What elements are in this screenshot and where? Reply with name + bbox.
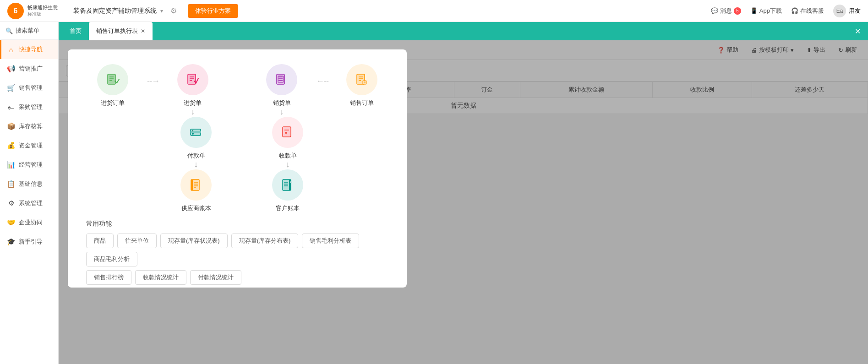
operations-icon: 📊: [7, 161, 15, 169]
func-btn-receipt-stats[interactable]: 收款情况统计: [135, 270, 186, 285]
sidebar-item-basic-info[interactable]: 📋 基础信息: [0, 174, 58, 194]
sidebar-item-marketing[interactable]: 📢 营销推广: [0, 59, 58, 78]
purchase-bill-icon: [177, 64, 208, 95]
sidebar-item-label: 企业协同: [19, 218, 43, 227]
dropdown-arrow-icon[interactable]: ▾: [160, 8, 163, 14]
svg-rect-28: [191, 179, 193, 190]
func-btn-stock-dist[interactable]: 现存量(库存分布表): [231, 234, 299, 248]
customer-book-icon: [272, 169, 303, 201]
sidebar-item-label: 新手引导: [19, 238, 43, 246]
settings-icon[interactable]: ⚙: [170, 6, 177, 15]
basic-info-icon: 📋: [7, 180, 15, 188]
node-sales-bill[interactable]: 销货单: [255, 64, 308, 107]
avatar: Ea: [833, 5, 846, 17]
top-header: 6 畅康通好生意 标准版 装备及固定资产辅助管理系统 ▾ ⚙ 体验行业方案 💬 …: [0, 0, 868, 22]
node-supplier-book[interactable]: 供应商账本: [169, 169, 224, 212]
user-name: 用友: [849, 7, 861, 15]
svg-rect-17: [363, 81, 366, 84]
sidebar-item-sales[interactable]: 🛒 销售管理: [0, 78, 58, 98]
node-sales-order-label: 销售订单: [350, 99, 374, 107]
svg-rect-0: [108, 74, 115, 84]
user-area[interactable]: Ea 用友: [833, 5, 861, 17]
sidebar-item-operations[interactable]: 📊 经营管理: [0, 155, 58, 174]
logo-text: 畅康通好生意: [27, 4, 58, 11]
purchase-icon: 🏷: [7, 103, 15, 111]
sidebar-item-label: 销售管理: [19, 84, 43, 92]
sidebar-item-label: 库存核算: [19, 122, 43, 130]
message-badge: 5: [734, 7, 741, 15]
newbie-icon: 🎓: [7, 238, 15, 246]
svg-rect-34: [289, 179, 291, 190]
mobile-icon: 📱: [750, 7, 758, 14]
avatar-text: Ea: [836, 8, 843, 14]
tab-close-icon[interactable]: ✕: [141, 28, 145, 34]
system-icon: ⚙: [7, 199, 15, 207]
sidebar-item-inventory[interactable]: 📦 库存核算: [0, 117, 58, 136]
node-purchase-bill[interactable]: 进货单: [166, 64, 219, 107]
message-icon: 💬: [711, 7, 718, 14]
content-area: 首页 销售订单执行表 ✕ ✕ ❓ 帮助 🖨 按模板打印 ▾: [59, 22, 868, 364]
system-title-area: 装备及固定资产辅助管理系统 ▾ ⚙ 体验行业方案: [66, 4, 711, 18]
sidebar-item-quick-nav[interactable]: ⌂ 快捷导航: [0, 40, 58, 59]
tab-bar-close-icon[interactable]: ✕: [851, 27, 864, 36]
node-purchase-order-label: 进货订单: [101, 99, 125, 107]
online-service-label: 在线客服: [800, 7, 824, 15]
system-title: 装备及固定资产辅助管理系统: [73, 7, 157, 15]
sales-bill-icon: [266, 64, 297, 95]
func-btn-sales-margin[interactable]: 销售毛利分析表: [302, 234, 359, 248]
sales-order-icon: [346, 64, 377, 95]
node-purchase-bill-label: 进货单: [184, 99, 202, 107]
tab-sales-order-label: 销售订单执行表: [96, 27, 138, 35]
sidebar-item-newbie[interactable]: 🎓 新手引导: [0, 232, 58, 251]
trial-button[interactable]: 体验行业方案: [188, 4, 238, 18]
capital-icon: 💰: [7, 141, 15, 150]
inventory-icon: 📦: [7, 122, 15, 130]
func-btn-goods-margin[interactable]: 商品毛利分析: [86, 252, 137, 266]
headset-icon: 🎧: [791, 7, 798, 14]
search-menu[interactable]: 🔍 搜索菜单: [0, 22, 58, 40]
down-arrow-purchase-bill: ↓: [166, 107, 219, 117]
node-sales-order[interactable]: 销售订单: [335, 64, 388, 107]
marketing-icon: 📢: [7, 65, 15, 73]
func-btn-partner[interactable]: 往来单位: [117, 234, 157, 248]
online-service-item[interactable]: 🎧 在线客服: [791, 7, 824, 15]
down-arrow-payment: ↓: [169, 160, 224, 169]
arrow-to-purchase-bill: - - →: [139, 76, 166, 86]
func-btn-sales-rank[interactable]: 销售排行榜: [86, 270, 131, 285]
page-content: ❓ 帮助 🖨 按模板打印 ▾ ⬆ 导出 ↻ 刷新: [59, 40, 868, 364]
app-download-item[interactable]: 📱 App下载: [750, 7, 782, 15]
arrow-from-sales-order: ← - -: [308, 76, 335, 86]
flow-diagram: 进货订单 - - →: [86, 64, 388, 212]
func-btn-goods[interactable]: 商品: [86, 234, 114, 248]
node-customer-book[interactable]: 客户账本: [260, 169, 315, 212]
node-payment-bill[interactable]: ¥ 付款单: [169, 117, 224, 160]
receipt-bill-icon: ¥: [272, 117, 303, 148]
svg-point-38: [290, 181, 292, 183]
sidebar-item-collab[interactable]: 🤝 企业协同: [0, 213, 58, 232]
tab-sales-order[interactable]: 销售订单执行表 ✕: [89, 22, 153, 40]
header-right: 💬 消息 5 📱 App下载 🎧 在线客服 Ea 用友: [711, 5, 861, 17]
down-arrow-sales-bill: ↓: [255, 107, 308, 117]
node-purchase-order[interactable]: 进货订单: [86, 64, 139, 107]
payment-bill-icon: ¥: [180, 117, 212, 148]
sidebar-item-label: 系统管理: [19, 199, 43, 207]
tab-home[interactable]: 首页: [62, 22, 89, 40]
sidebar: 🔍 搜索菜单 ⌂ 快捷导航 📢 营销推广 🛒 销售管理 🏷 采购管理 📦 库存核…: [0, 22, 59, 364]
collab-icon: 🤝: [7, 218, 15, 227]
sidebar-item-purchase[interactable]: 🏷 采购管理: [0, 98, 58, 117]
sidebar-item-capital[interactable]: 💰 资金管理: [0, 136, 58, 155]
sales-icon: 🛒: [7, 84, 15, 92]
func-btn-payment-stats[interactable]: 付款情况统计: [190, 270, 241, 285]
sidebar-item-label: 资金管理: [19, 141, 43, 150]
sidebar-item-label: 经营管理: [19, 161, 43, 169]
node-receipt-bill[interactable]: ¥ 收款单: [260, 117, 315, 160]
home-icon: ⌂: [7, 45, 15, 54]
func-buttons-row1: 商品 往来单位 现存量(库存状况表) 现存量(库存分布表) 销售毛利分析表 商品…: [86, 234, 388, 266]
tab-bar: 首页 销售订单执行表 ✕ ✕: [59, 22, 868, 40]
common-func-title: 常用功能: [86, 220, 388, 228]
message-item[interactable]: 💬 消息 5: [711, 7, 741, 15]
func-btn-stock-status[interactable]: 现存量(库存状况表): [160, 234, 228, 248]
app-download-label: App下载: [759, 7, 782, 15]
sidebar-item-system[interactable]: ⚙ 系统管理: [0, 194, 58, 213]
node-receipt-bill-label: 收款单: [279, 152, 297, 160]
